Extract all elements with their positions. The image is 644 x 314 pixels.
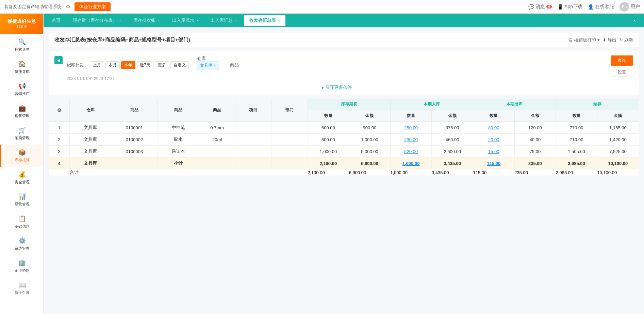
sidebar-item-system[interactable]: ⚙️ 系统管理 — [0, 233, 43, 255]
th-out-qty: 数量 — [473, 110, 514, 122]
row2-warehouse: 文具库 — [70, 134, 111, 146]
filter-action-right: 查询 设置 — [611, 55, 633, 77]
row2-dept — [271, 134, 308, 146]
sidebar-item-operation[interactable]: 📊 经营管理 — [0, 189, 43, 211]
table-container: ⚙ 仓库 商品 商品 商品 项目 部门 库存期初 本期入库 — [49, 99, 639, 176]
row2-bal-qty: 710.00 — [556, 134, 597, 146]
settings-icon[interactable]: ⚙ — [66, 3, 70, 10]
user-group[interactable]: Ea 用户 — [620, 2, 640, 12]
table-row: 1 文具库 0100001 中性笔 0.7mm 600.00 900.00 — [49, 122, 639, 134]
tab-in-out-flow[interactable]: 出入库流水 × — [167, 15, 204, 26]
user-label: 用户 — [630, 4, 640, 10]
sidebar-item-label: 搜索菜单 — [15, 47, 30, 52]
sidebar-item-search[interactable]: 🔍 搜索菜单 — [0, 34, 43, 56]
table-settings-icon[interactable]: ⚙ — [57, 108, 62, 113]
row3-in-qty[interactable]: 520.00 — [390, 146, 432, 158]
date-btn-7days[interactable]: 近7天 — [137, 61, 153, 69]
sidebar-item-purchase[interactable]: 🛒 采购管理 — [0, 122, 43, 145]
warehouse-tag-close[interactable]: × — [214, 63, 216, 68]
row3-spec — [199, 146, 235, 158]
expand-more-btn[interactable]: ▾ 展开更多条件 — [321, 84, 352, 90]
export-label: 导出 — [608, 37, 616, 43]
tab-receive-send-summary-close[interactable]: × — [278, 18, 280, 22]
warehouse-more-dots[interactable]: ... — [200, 69, 205, 75]
row3-init-amt: 5,000.00 — [349, 146, 391, 158]
row1-dept — [271, 122, 308, 134]
row2-in-qty[interactable]: 230.00 — [390, 134, 432, 146]
message-icon-group[interactable]: 💬 消息 6 — [528, 4, 552, 10]
sidebar-item-label: 企业协同 — [15, 268, 30, 273]
date-btn-last-month[interactable]: 上月 — [90, 61, 104, 69]
subtotal-in-qty[interactable]: 1,000.00 — [390, 158, 432, 169]
tab-batch-account[interactable]: 库存批次账 × — [128, 15, 165, 26]
query-btn[interactable]: 查询 — [611, 55, 633, 66]
sidebar-item-guide[interactable]: 📖 新手引导 — [0, 277, 43, 299]
service-icon: 👤 — [588, 4, 594, 10]
footer-bal-qty: 2,985.00 — [556, 169, 597, 176]
refresh-btn[interactable]: ↻ 刷新 — [619, 37, 633, 43]
select-industry-btn[interactable]: 体验行业方案 — [75, 2, 111, 11]
date-btns: 上月 本月 本年 近7天 更多 自定义 — [90, 61, 189, 69]
corp-icon: 🏢 — [18, 259, 26, 267]
filter-area: ◀ 记账日期 上月 本月 本年 近7天 更多 自定义 — [49, 51, 639, 95]
tab-inventory-dist-close[interactable]: × — [119, 18, 121, 22]
sidebar-item-marketing[interactable]: 📢 营销推广 — [0, 78, 43, 100]
tab-close-all[interactable]: × — [628, 15, 641, 26]
th-group-out: 本期出库 — [473, 99, 556, 110]
date-btn-custom[interactable]: 自定义 — [170, 61, 189, 69]
online-service-group[interactable]: 👤 在线客服 — [588, 4, 614, 10]
sidebar-item-label: 销售管理 — [15, 113, 30, 118]
footer-out-qty: 115.00 — [473, 169, 514, 176]
goods-more-dots[interactable]: ... — [243, 62, 248, 67]
subtotal-out-qty[interactable]: 115.00 — [473, 158, 514, 169]
row3-out-qty[interactable]: 15.00 — [473, 146, 514, 158]
row2-out-qty[interactable]: 20.00 — [473, 134, 514, 146]
sidebar-item-inventory[interactable]: 📦 库存核算 — [0, 145, 43, 167]
tab-in-out-summary[interactable]: 出入库汇总 × — [205, 15, 242, 26]
date-btn-more[interactable]: 更多 — [155, 61, 169, 69]
content-area: 首页 现存量（库存分布表） × 库存批次账 × 出入库流水 × 出入库汇总 × — [44, 14, 644, 314]
date-btn-this-month[interactable]: 本月 — [105, 61, 120, 69]
filter-toggle-btn[interactable]: ◀ — [54, 56, 63, 64]
subtotal-warehouse: 文具库 — [70, 158, 111, 169]
filter-content: 记账日期 上月 本月 本年 近7天 更多 自定义 — [67, 55, 607, 90]
subtotal-code — [111, 158, 158, 169]
subtotal-bal-qty: 2,985.00 — [556, 158, 597, 169]
row1-in-qty[interactable]: 250.00 — [390, 122, 432, 134]
th-group-in: 本期入库 — [390, 99, 473, 110]
filter-second-row: ▾ 展开更多条件 — [67, 84, 607, 90]
date-btn-this-year[interactable]: 本年 — [121, 61, 135, 69]
sidebar-item-label: 系统管理 — [15, 246, 30, 251]
purchase-icon: 🛒 — [18, 127, 26, 134]
sidebar-item-finance[interactable]: 💰 资金管理 — [0, 167, 43, 189]
table-subtotal-row: 4 文具库 小计 2,100.00 6,900.00 1,000.0 — [49, 158, 639, 169]
logo-text: 畅捷通好生意 — [7, 18, 36, 24]
sidebar-item-sales[interactable]: 💼 销售管理 — [0, 100, 43, 122]
sidebar-item-quick-nav[interactable]: 🏠 快捷导航 — [0, 56, 43, 78]
tab-home[interactable]: 首页 — [46, 15, 66, 26]
tab-batch-account-close[interactable]: × — [158, 18, 160, 22]
tab-receive-send-summary[interactable]: 收发存汇总表 × — [244, 15, 285, 26]
warehouse-tag-text: 文具库 — [200, 63, 212, 68]
settings-btn[interactable]: 设置 — [611, 68, 633, 77]
tab-in-out-flow-close[interactable]: × — [196, 18, 198, 22]
print-btn[interactable]: 🖨 核销版打印 ▾ — [568, 37, 600, 43]
footer-in-qty: 1,000.00 — [390, 169, 432, 176]
th-name: 商品 — [158, 99, 199, 122]
row1-out-qty[interactable]: 80.00 — [473, 122, 514, 134]
sidebar-item-label: 新手引导 — [15, 290, 30, 295]
tab-in-out-summary-close[interactable]: × — [235, 18, 237, 22]
sidebar-item-base-info[interactable]: 📋 基础信息 — [0, 211, 43, 233]
warehouse-tag: 文具库 × — [197, 62, 219, 69]
logo-area: 畅捷通好生意 标准版 — [0, 14, 43, 34]
marketing-icon: 📢 — [18, 82, 26, 90]
row2-code: 0100002 — [111, 134, 158, 146]
app-download-group[interactable]: 📱 App下载 — [557, 4, 582, 10]
row2-in-amt: 460.00 — [432, 134, 473, 146]
tab-inventory-dist[interactable]: 现存量（库存分布表） × — [67, 15, 127, 26]
sidebar-item-corp[interactable]: 🏢 企业协同 — [0, 255, 43, 277]
th-code: 商品 — [111, 99, 158, 122]
inventory-icon: 📦 — [18, 149, 26, 156]
subtotal-spec — [199, 158, 235, 169]
export-btn[interactable]: ⬇ 导出 — [602, 37, 616, 43]
